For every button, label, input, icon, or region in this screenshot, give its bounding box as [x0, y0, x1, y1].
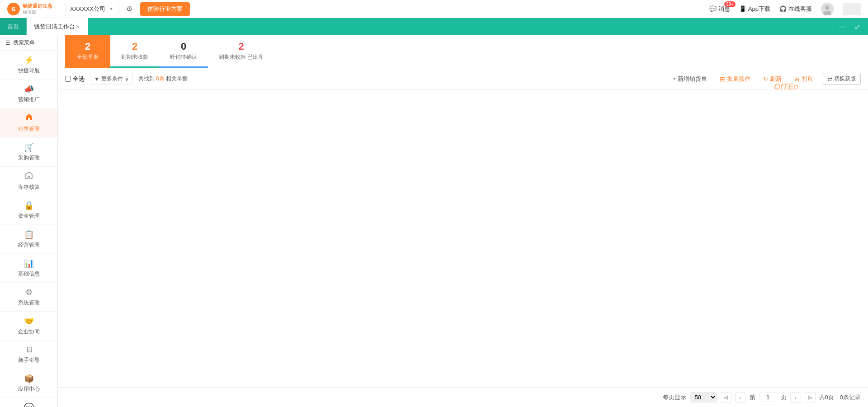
main-layout: ☰ 搜索菜单 ⚡ 快捷导航 📣 营销推广 销售管理 🛒 采购管理: [0, 35, 868, 407]
nav-minimize-button[interactable]: —: [835, 19, 850, 34]
online-service-button[interactable]: 🎧 在线客服: [779, 5, 812, 13]
header-right: 💬 消息 99+ 📱 App下载 🎧 在线客服: [709, 3, 861, 15]
page-size-selector[interactable]: 50 100 200: [690, 392, 717, 402]
sidebar-item-label: 快捷导航: [18, 67, 40, 75]
sidebar-item-basic[interactable]: 📊 基础信息: [0, 254, 57, 283]
avatar-extra: [843, 3, 861, 15]
guide-icon: 🖥: [25, 345, 33, 355]
search-menu-button[interactable]: ☰ 搜索菜单: [0, 35, 57, 51]
logo-area: 6 畅捷通好生意 标准版: [7, 3, 65, 15]
quick-nav-icon: ⚡: [24, 55, 34, 65]
system-icon: ⚙: [25, 287, 33, 297]
operation-icon: 📋: [24, 229, 34, 239]
sidebar-item-enterprise[interactable]: 🤝 企业协同: [0, 312, 57, 341]
first-page-button[interactable]: ⊲: [721, 392, 731, 403]
sidebar-item-system[interactable]: ⚙ 系统管理: [0, 283, 57, 312]
table-area: [58, 90, 868, 387]
sidebar-item-finance[interactable]: 🔒 资金管理: [0, 196, 57, 225]
last-page-button[interactable]: ⊳: [805, 392, 816, 403]
top-header: 6 畅捷通好生意 标准版 XXXXXX公司 ▼ ⚙ 体验行业方案 💬 消息 99…: [0, 0, 868, 18]
sidebar-item-wechat[interactable]: 💬 企业微信: [0, 398, 57, 407]
sidebar-item-label: 资金管理: [18, 212, 40, 220]
marketing-icon: 📣: [24, 84, 34, 94]
trial-button[interactable]: 体验行业方案: [140, 2, 190, 16]
sidebar-item-sales[interactable]: 销售管理: [0, 108, 57, 138]
tab-work[interactable]: 钱货日清工作台 ×: [27, 18, 88, 35]
refresh-button[interactable]: ↻ 刷新: [760, 73, 785, 85]
print-button[interactable]: 🖨 打印: [791, 73, 817, 85]
tab-home[interactable]: 首页: [0, 18, 27, 35]
batch-operation-button[interactable]: ⊞ 批量操作: [716, 73, 754, 85]
toolbar: 全选 ▼ 更多条件 ∨ 共找到 0条 相关单据 + 新增销货单 ⊞ 批量操作: [58, 68, 868, 90]
refresh-icon: ↻: [763, 75, 768, 82]
content-area: 2 全部单据 2 到期未收款 0 旺铺待确认 2 到期未收款 已出库 全选: [58, 35, 868, 407]
stats-tab-overdue-shipped[interactable]: 2 到期未收款 已出库: [208, 35, 274, 68]
sidebar-item-label: 销售管理: [18, 125, 40, 133]
sidebar-item-inventory[interactable]: 库存核算: [0, 167, 57, 196]
sales-icon: [25, 113, 33, 123]
message-icon: 💬: [709, 5, 717, 12]
batch-icon: ⊞: [720, 75, 725, 83]
settings-icon[interactable]: ⚙: [122, 2, 137, 16]
stats-tabs: 2 全部单据 2 到期未收款 0 旺铺待确认 2 到期未收款 已出库: [58, 35, 868, 68]
print-icon: 🖨: [794, 75, 800, 82]
stats-tab-pending[interactable]: 0 旺铺待确认: [159, 35, 208, 68]
company-dropdown-arrow: ▼: [109, 6, 113, 11]
sidebar-item-label: 企业协同: [18, 328, 40, 336]
sidebar-item-label: 库存核算: [18, 183, 40, 191]
filter-icon: ▼: [94, 76, 99, 82]
svg-point-1: [825, 5, 830, 10]
switch-new-version-button[interactable]: ⇄ 切换新版: [823, 73, 861, 85]
sidebar-item-operation[interactable]: 📋 经营管理: [0, 225, 57, 254]
tab-close-button[interactable]: ×: [75, 23, 80, 30]
logo-text: 畅捷通好生意 标准版: [23, 3, 52, 15]
found-text: 共找到 0条 相关单据: [138, 75, 188, 83]
company-selector[interactable]: XXXXXX公司 ▼: [65, 3, 118, 15]
message-badge: 99+: [724, 1, 736, 7]
stats-tab-overdue[interactable]: 2 到期未收款: [110, 35, 159, 68]
sidebar-item-label: 系统管理: [18, 299, 40, 307]
wechat-icon: 💬: [24, 402, 34, 407]
sidebar: ☰ 搜索菜单 ⚡ 快捷导航 📣 营销推广 销售管理 🛒 采购管理: [0, 35, 58, 407]
sidebar-item-label: 营销推广: [18, 96, 40, 103]
finance-icon: 🔒: [24, 201, 34, 211]
page-size-select[interactable]: 50 100 200: [690, 392, 717, 402]
sidebar-item-label: 经营管理: [18, 241, 40, 249]
logo-icon: 6: [7, 3, 20, 15]
sidebar-item-guide[interactable]: 🖥 新手引导: [0, 341, 57, 369]
new-sale-order-button[interactable]: + 新增销货单: [669, 73, 711, 85]
app-center-icon: 📦: [24, 374, 34, 384]
online-service-icon: 🎧: [779, 5, 787, 12]
nav-tabs: 首页 钱货日清工作台 × — ⤢: [0, 18, 868, 35]
sidebar-item-label: 应用中心: [18, 385, 40, 393]
total-records: 共0页，0条记录: [819, 393, 861, 402]
nav-actions: — ⤢: [835, 19, 868, 34]
search-menu-icon: ☰: [5, 40, 10, 46]
purchase-icon: 🛒: [24, 142, 34, 152]
app-download-button[interactable]: 📱 App下载: [739, 5, 770, 13]
sidebar-item-label: 新手引导: [18, 356, 40, 364]
switch-icon: ⇄: [828, 76, 832, 82]
stats-tab-all[interactable]: 2 全部单据: [65, 35, 110, 68]
avatar[interactable]: [821, 3, 834, 15]
sidebar-item-marketing[interactable]: 📣 营销推广: [0, 80, 57, 108]
more-filters-button[interactable]: ▼ 更多条件 ∨: [90, 73, 133, 85]
sidebar-item-quick-nav[interactable]: ⚡ 快捷导航: [0, 51, 57, 80]
sidebar-item-purchase[interactable]: 🛒 采购管理: [0, 138, 57, 167]
basic-icon: 📊: [24, 258, 34, 268]
page-number-input[interactable]: [759, 393, 777, 402]
next-page-button[interactable]: ›: [790, 392, 801, 403]
toolbar-right: + 新增销货单 ⊞ 批量操作 ↻ 刷新 🖨 打印 ⇄ 切换新版: [669, 73, 861, 85]
sidebar-item-label: 采购管理: [18, 154, 40, 162]
enterprise-icon: 🤝: [24, 316, 34, 326]
message-button[interactable]: 💬 消息 99+: [709, 5, 730, 13]
sidebar-item-label: 基础信息: [18, 270, 40, 278]
nav-maximize-button[interactable]: ⤢: [850, 19, 864, 34]
select-all-checkbox[interactable]: 全选: [65, 75, 85, 83]
inventory-icon: [25, 171, 33, 182]
select-all-input[interactable]: [65, 76, 71, 82]
sidebar-item-app-center[interactable]: 📦 应用中心: [0, 369, 57, 398]
filter-dropdown-icon: ∨: [125, 76, 129, 82]
app-download-icon: 📱: [739, 5, 746, 12]
prev-page-button[interactable]: ‹: [735, 392, 746, 403]
